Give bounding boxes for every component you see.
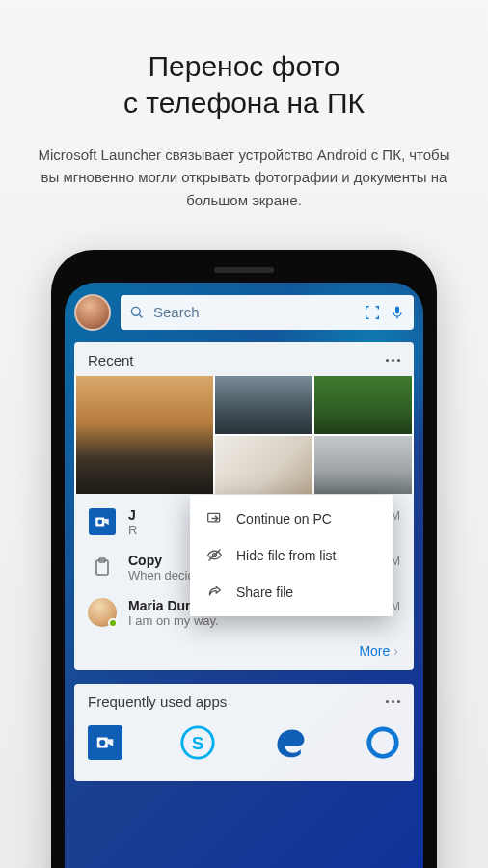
svg-point-5 bbox=[97, 519, 102, 524]
svg-text:S: S bbox=[192, 732, 204, 752]
phone-speaker bbox=[214, 267, 274, 273]
gallery-photo[interactable] bbox=[215, 436, 312, 494]
context-item-label: Continue on PC bbox=[236, 511, 332, 527]
app-skype[interactable]: S bbox=[178, 723, 217, 762]
svg-point-15 bbox=[369, 729, 397, 757]
hero-subtitle: Microsoft Launcher связывает устройство … bbox=[0, 144, 488, 250]
scan-icon[interactable] bbox=[364, 304, 381, 321]
share-icon bbox=[205, 583, 223, 601]
outlook-icon bbox=[89, 508, 116, 535]
search-icon bbox=[128, 304, 146, 321]
svg-rect-2 bbox=[395, 306, 399, 313]
microphone-icon[interactable] bbox=[389, 304, 406, 321]
frequent-apps-card: Frequently used apps S bbox=[74, 684, 414, 781]
phone-frame: Recent J R 10:22 bbox=[51, 250, 437, 868]
context-item-label: Hide file from list bbox=[236, 548, 336, 563]
hero-title: Перенос фото с телефона на ПК bbox=[0, 0, 488, 144]
app-cortana[interactable] bbox=[364, 723, 402, 762]
frequent-apps-title: Frequently used apps bbox=[88, 693, 227, 710]
context-share-file[interactable]: Share file bbox=[190, 574, 393, 610]
gallery-photo[interactable] bbox=[314, 376, 412, 434]
app-outlook[interactable] bbox=[86, 723, 124, 762]
svg-point-0 bbox=[131, 307, 140, 315]
gallery-photo[interactable] bbox=[215, 376, 312, 434]
hide-icon bbox=[205, 547, 223, 564]
contact-avatar bbox=[88, 598, 117, 627]
recent-title: Recent bbox=[88, 352, 134, 368]
gallery-photo[interactable] bbox=[76, 376, 213, 494]
recent-card: Recent J R 10:22 bbox=[74, 342, 414, 670]
clipboard-icon bbox=[88, 553, 117, 582]
photo-gallery[interactable] bbox=[74, 376, 414, 494]
continue-on-pc-icon bbox=[205, 510, 223, 528]
phone-screen: Recent J R 10:22 bbox=[65, 283, 423, 868]
chevron-right-icon: › bbox=[393, 643, 398, 659]
more-icon[interactable] bbox=[386, 359, 400, 362]
context-menu: Continue on PC Hide file from list Share… bbox=[190, 495, 393, 616]
search-input[interactable] bbox=[153, 304, 356, 320]
more-icon[interactable] bbox=[386, 700, 400, 703]
user-avatar[interactable] bbox=[74, 294, 111, 331]
more-link[interactable]: More› bbox=[74, 637, 414, 670]
search-bar[interactable] bbox=[121, 295, 414, 330]
svg-line-1 bbox=[139, 314, 142, 317]
app-edge[interactable] bbox=[271, 723, 310, 762]
gallery-photo[interactable] bbox=[314, 436, 412, 494]
presence-indicator bbox=[108, 618, 118, 628]
context-item-label: Share file bbox=[236, 584, 293, 600]
context-continue-on-pc[interactable]: Continue on PC bbox=[190, 501, 393, 537]
svg-point-12 bbox=[99, 740, 105, 746]
context-hide-file[interactable]: Hide file from list bbox=[190, 537, 393, 574]
